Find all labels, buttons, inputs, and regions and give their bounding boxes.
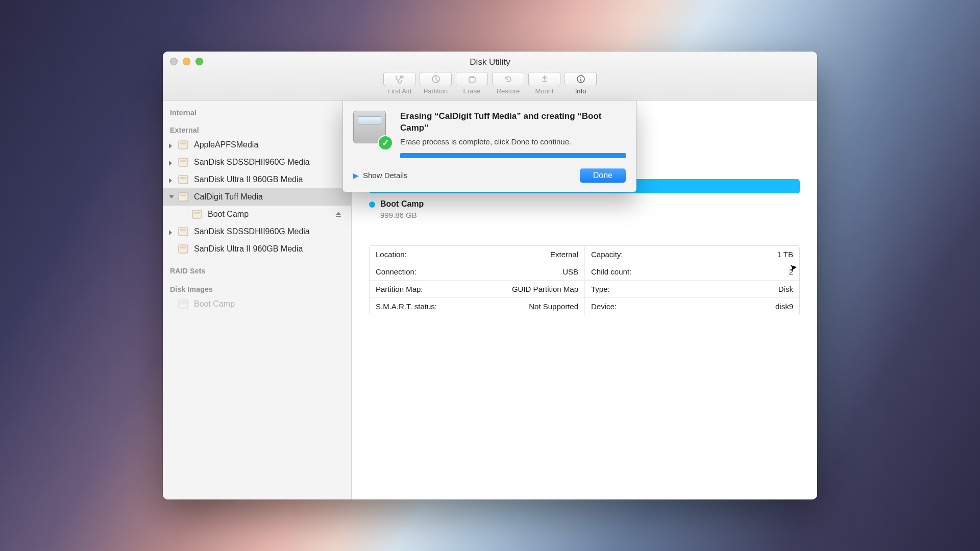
disclosure-triangle-icon[interactable] <box>169 195 173 199</box>
progress-bar <box>400 153 626 158</box>
success-checkmark-icon: ✓ <box>378 135 393 151</box>
toolbar: First Aid Partition Erase <box>383 72 597 95</box>
svg-rect-12 <box>180 194 186 196</box>
sidebar-item-disk[interactable]: SanDisk SDSSDHII960G Media <box>163 154 351 171</box>
info-value: disk9 <box>775 302 793 311</box>
erase-complete-sheet: ✓ Erasing “CalDigit Tuff Media” and crea… <box>342 101 636 192</box>
external-disk-icon <box>178 226 189 237</box>
sidebar-section-images: Disk Images <box>163 282 351 295</box>
info-value: USB <box>562 267 578 276</box>
svg-rect-11 <box>179 193 188 201</box>
info-key: Device: <box>591 302 617 311</box>
info-table: Location:External Capacity:1 TB Connecti… <box>369 245 800 315</box>
svg-rect-14 <box>194 212 200 214</box>
mount-label: Mount <box>535 87 553 95</box>
partition-color-dot <box>369 202 375 208</box>
disclosure-spacer <box>169 303 173 306</box>
info-label: Info <box>575 87 586 95</box>
info-icon <box>565 72 597 86</box>
info-key: Connection: <box>376 267 416 276</box>
sidebar-item-label: CalDigit Tuff Media <box>194 192 263 202</box>
partition-name: Boot Camp <box>380 199 424 209</box>
svg-rect-7 <box>179 158 188 166</box>
pie-icon <box>420 72 452 86</box>
erase-icon <box>456 72 488 86</box>
external-disk-icon <box>191 209 203 220</box>
sidebar-item-volume[interactable]: Boot Camp <box>163 206 351 223</box>
mount-icon <box>528 72 560 86</box>
sidebar-item-disk-selected[interactable]: CalDigit Tuff Media <box>163 188 351 206</box>
disclosure-triangle-icon: ▶ <box>353 171 359 180</box>
info-row: Device:disk9 <box>584 298 799 315</box>
minimize-window-button[interactable] <box>183 58 190 65</box>
divider <box>369 235 800 235</box>
first-aid-button[interactable]: First Aid <box>383 72 415 95</box>
external-disk-icon <box>178 174 189 185</box>
sidebar-item-disk[interactable]: SanDisk Ultra II 960GB Media <box>163 171 351 188</box>
info-key: Capacity: <box>591 250 623 259</box>
sidebar-item-label: SanDisk Ultra II 960GB Media <box>194 244 303 254</box>
info-value: Not Supported <box>529 302 578 311</box>
mount-button[interactable]: Mount <box>528 72 560 95</box>
svg-rect-2 <box>469 78 475 82</box>
info-row: Partition Map:GUID Partition Map <box>370 281 584 298</box>
svg-rect-21 <box>180 302 186 304</box>
sidebar-item-label: Boot Camp <box>194 299 235 309</box>
external-disk-icon <box>178 139 189 151</box>
erase-button[interactable]: Erase <box>456 72 488 95</box>
disclosure-triangle-icon[interactable] <box>169 178 173 182</box>
info-key: Location: <box>376 250 407 259</box>
eject-icon[interactable] <box>335 211 342 218</box>
zoom-window-button[interactable] <box>195 58 203 65</box>
svg-point-0 <box>401 76 403 78</box>
info-value: GUID Partition Map <box>512 285 578 293</box>
info-value: 1 TB <box>777 250 793 259</box>
stethoscope-icon <box>383 72 415 86</box>
info-row: Type:Disk <box>584 281 799 298</box>
info-value: Disk <box>778 285 793 293</box>
sidebar-item-disk[interactable]: AppleAPFSMedia <box>163 136 351 154</box>
window-title: Disk Utility <box>470 57 510 67</box>
sidebar-item-label: SanDisk SDSSDHII960G Media <box>194 158 310 167</box>
svg-rect-5 <box>179 141 188 149</box>
sheet-title: Erasing “CalDigit Tuff Media” and creati… <box>400 111 626 134</box>
svg-rect-15 <box>336 216 341 217</box>
info-key: Partition Map: <box>376 285 423 293</box>
external-disk-icon <box>178 191 189 203</box>
info-value: External <box>550 250 578 259</box>
close-window-button[interactable] <box>170 58 178 65</box>
svg-point-4 <box>580 77 581 78</box>
done-button[interactable]: Done <box>580 168 626 183</box>
sidebar-item-image[interactable]: Boot Camp <box>163 295 351 313</box>
restore-button[interactable]: Restore <box>492 72 524 95</box>
disclosure-triangle-icon[interactable] <box>169 230 173 234</box>
sidebar-item-label: SanDisk Ultra II 960GB Media <box>194 175 303 184</box>
svg-rect-17 <box>180 229 186 231</box>
svg-rect-13 <box>192 210 202 218</box>
info-key: S.M.A.R.T. status: <box>376 302 437 311</box>
show-details-label: Show Details <box>363 171 408 180</box>
sidebar-section-raid: RAID Sets <box>163 264 351 277</box>
external-disk-icon <box>178 157 189 168</box>
info-button[interactable]: Info <box>565 72 597 95</box>
sidebar[interactable]: Internal External AppleAPFSMedia SanDisk… <box>163 101 352 499</box>
disk-image-icon <box>178 298 189 310</box>
svg-rect-10 <box>180 177 186 179</box>
partition-button[interactable]: Partition <box>420 72 452 95</box>
info-row: Child count:2 <box>584 263 799 281</box>
show-details-toggle[interactable]: ▶ Show Details <box>353 171 408 180</box>
sidebar-item-disk[interactable]: SanDisk Ultra II 960GB Media <box>163 240 351 258</box>
info-key: Child count: <box>591 267 631 276</box>
info-value: 2 <box>789 267 793 276</box>
first-aid-label: First Aid <box>387 87 411 95</box>
info-row: Connection:USB <box>370 263 584 281</box>
sidebar-item-disk[interactable]: SanDisk SDSSDHII960G Media <box>163 223 351 240</box>
disclosure-triangle-icon[interactable] <box>169 143 173 147</box>
partition-label: Partition <box>424 87 448 95</box>
sheet-message: Erase process is complete, click Done to… <box>400 137 626 146</box>
titlebar: Disk Utility First Aid Partition <box>163 52 817 101</box>
sidebar-item-label: Boot Camp <box>208 210 249 219</box>
window-controls <box>170 58 203 65</box>
disclosure-triangle-icon[interactable] <box>169 161 173 164</box>
erase-label: Erase <box>463 87 481 95</box>
